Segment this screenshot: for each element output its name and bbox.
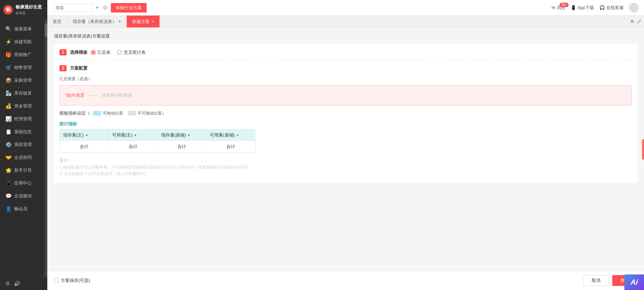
dimension-placeholder: 请选择分组维度: [101, 92, 132, 98]
sidebar-scrollbar[interactable]: [45, 20, 47, 277]
sidebar-item-label: 采购管理: [14, 77, 32, 83]
sidebar-item-newbie[interactable]: 🌟 新手引导: [0, 164, 45, 177]
search-chevron-icon[interactable]: ▼: [95, 5, 99, 10]
step-divider: [59, 60, 632, 61]
tab-home[interactable]: 首页: [47, 16, 67, 27]
sidebar-item-quick-nav[interactable]: ⚡ 快捷导航: [0, 35, 45, 48]
topbar-gear-icon[interactable]: ⚙: [103, 4, 107, 11]
stats-table-header: 现存量(主) ▾ 可用量(主) ▾ 现存量(基辅) ▾ 可用量(基辅): [60, 129, 255, 141]
col-header-0[interactable]: 现存量(主) ▾: [60, 129, 109, 141]
star-icon: 🌟: [5, 167, 11, 173]
sidebar-item-label: 资金管理: [14, 103, 32, 109]
app-download-btn[interactable]: 📱 App下载: [571, 5, 594, 11]
tab-inventory[interactable]: 现存量（库存状况表） ×: [67, 16, 127, 27]
app-logo: 畅 畅康通好生意 标准版: [0, 0, 47, 20]
col-body-0: 合计: [60, 141, 109, 152]
indicator-settings-label: 模板指标设定（ 可拖动位置 不可拖动位置）: [59, 110, 632, 116]
col-header-3[interactable]: 可用量(基辅) ▾: [206, 129, 255, 141]
tab-inventory-close-icon[interactable]: ×: [119, 19, 121, 24]
col-body-1: 合计: [109, 141, 158, 152]
col-header-0-label: 现存量(主): [63, 132, 84, 138]
stats-title: 统计指标: [59, 121, 632, 127]
radio-crosstab[interactable]: 交叉统计表: [117, 49, 146, 55]
trial-btn[interactable]: 体验行业方案: [111, 3, 147, 13]
sidebar-item-system[interactable]: ⚙️ 系统管理: [0, 138, 45, 151]
sidebar-item-basic-info[interactable]: 📋 基础信息: [0, 125, 45, 138]
step2-badge: 2: [59, 65, 67, 71]
sidebar-item-label: 企业微信: [14, 193, 32, 199]
sidebar-nav: 🔍 搜索菜单 ⚡ 快捷导航 🎁 营销推广 🛒 销售管理 📦 采购管理 🏪: [0, 20, 45, 277]
tabbar-right: ✕ ⤢: [630, 18, 644, 25]
dimension-required-mark: *纵向维度: [65, 92, 84, 98]
sidebar-item-label: 畅会员: [14, 206, 27, 212]
col-3-chevron-icon[interactable]: ▾: [237, 133, 239, 138]
sound-icon[interactable]: 🔊: [14, 281, 20, 287]
sidebar-item-enterprise[interactable]: 🤝 企业协同: [0, 151, 45, 164]
col-body-3: 合计: [206, 141, 255, 152]
col-2-chevron-icon[interactable]: ▾: [188, 133, 190, 138]
sidebar-item-inventory[interactable]: 🏪 库存核算: [0, 87, 45, 100]
tab-new-plan-close-icon[interactable]: ×: [152, 19, 154, 24]
sidebar-item-wechat[interactable]: 💬 企业微信: [0, 190, 45, 202]
col-header-2[interactable]: 现存量(基辅) ▾: [158, 129, 207, 141]
messages-btn[interactable]: ✉ 消息 99+: [551, 5, 565, 11]
sidebar-item-member[interactable]: 👤 畅会员: [0, 202, 45, 215]
dimension-box[interactable]: *纵向维度 —— 请选择分组维度: [59, 85, 632, 105]
messages-badge: 99+: [560, 3, 569, 7]
col-header-1[interactable]: 可用量(主) ▾: [109, 129, 158, 141]
dimension-section-label: 汇总维度（必选）: [59, 76, 632, 82]
online-service-btn[interactable]: 🎧 在线客服: [599, 5, 624, 11]
sidebar-item-search[interactable]: 🔍 搜索菜单: [0, 23, 45, 35]
gear-icon: ⚙️: [5, 142, 11, 148]
user-icon: 👤: [5, 206, 11, 212]
store-icon: 🏪: [5, 90, 11, 96]
message-icon: ✉: [551, 5, 555, 10]
indicator-settings: 模板指标设定（ 可拖动位置 不可拖动位置）: [59, 110, 632, 116]
sidebar-item-purchase[interactable]: 📦 采购管理: [0, 74, 45, 87]
sidebar-item-marketing[interactable]: 🎁 营销推广: [0, 48, 45, 61]
logo-icon: 畅: [3, 5, 13, 15]
page-title: 现存量(库存状况表)方案设置: [54, 33, 637, 39]
app-name: 畅康通好生意: [16, 4, 42, 10]
sidebar-item-finance[interactable]: 💰 资金管理: [0, 100, 45, 113]
step2-header: 2 方案配置: [59, 65, 632, 71]
search-input[interactable]: [53, 4, 93, 12]
sidebar-item-label: 快捷导航: [14, 39, 32, 45]
sidebar-item-sales[interactable]: 🛒 销售管理: [0, 61, 45, 74]
sidebar-item-label: 营销推广: [14, 52, 32, 58]
radio-summary-circle: [91, 50, 96, 55]
tabbar-close-icon[interactable]: ✕: [630, 18, 634, 25]
tabbar: 首页 现存量（库存状况表） × 新建方案 × ✕ ⤢: [47, 16, 644, 28]
step1-badge: 1: [59, 49, 67, 55]
sidebar-item-app-center[interactable]: 📱 应用中心: [0, 177, 45, 190]
ai-badge: Ai: [624, 274, 644, 290]
search-icon: 🔍: [5, 26, 11, 32]
indicator-legend: 可拖动位置 不可拖动位置）: [93, 111, 166, 116]
topbar-right: ✉ 消息 99+ 📱 App下载 🎧 在线客服: [551, 3, 639, 13]
online-service-label: 在线客服: [606, 5, 624, 11]
cart-icon: 🛒: [5, 65, 11, 71]
col-1-chevron-icon[interactable]: ▾: [134, 133, 137, 138]
radio-summary[interactable]: 汇总表: [91, 49, 110, 55]
download-icon: 📱: [571, 5, 576, 10]
cancel-button[interactable]: 取消: [583, 275, 609, 286]
footer-bar: 方案保存(可选) 取消 查询: [47, 271, 644, 290]
col-header-3-label: 可用量(基辅): [210, 132, 235, 138]
app-version: 标准版: [16, 11, 42, 16]
tab-home-label: 首页: [53, 19, 61, 25]
radio-summary-label: 汇总表: [97, 49, 110, 55]
tabbar-expand-icon[interactable]: ⤢: [637, 18, 641, 25]
sidebar-scrollbar-thumb[interactable]: [45, 23, 47, 37]
legend-draggable-label: 可拖动位置: [103, 111, 123, 116]
tip-item-1: 2. 点击标题栏下拉可设置排序、插入列和删除列: [59, 171, 632, 177]
save-checkbox[interactable]: [54, 278, 59, 283]
tab-new-plan[interactable]: 新建方案 ×: [127, 16, 160, 27]
step1-header: 1 选择模板 汇总表 交叉统计表: [59, 49, 632, 55]
sidebar-item-label: 经营管理: [14, 116, 32, 122]
col-0-chevron-icon[interactable]: ▾: [86, 133, 88, 138]
settings-bottom-icon[interactable]: ⚙: [5, 281, 10, 287]
user-avatar[interactable]: [629, 3, 639, 13]
topbar-search-area: ▼: [53, 4, 99, 12]
sidebar-item-operations[interactable]: 📊 经营管理: [0, 113, 45, 125]
sidebar-item-label: 基础信息: [14, 129, 32, 135]
